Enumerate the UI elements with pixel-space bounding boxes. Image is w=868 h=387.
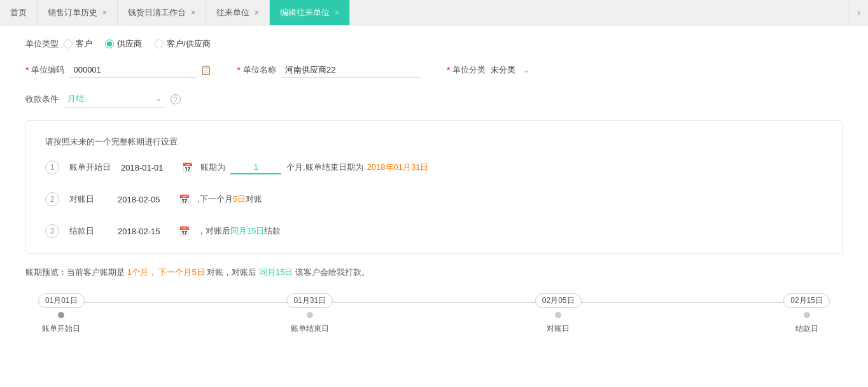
unit-type-radio-group: 客户 供应商 客户/供应商 <box>64 38 211 50</box>
tab-cash-work[interactable]: 钱货日清工作台 × <box>118 0 206 25</box>
radio-customer[interactable]: 客户 <box>64 38 92 50</box>
tab-edit-partner-label: 编辑往来单位 <box>280 7 330 18</box>
tab-partner-close[interactable]: × <box>255 8 259 17</box>
step-1-period-input[interactable] <box>230 161 281 174</box>
preview-part2: 下一个月5日 <box>158 267 204 277</box>
unit-name-label: 单位名称 <box>243 64 276 76</box>
timeline-label-0: 账单开始日 <box>42 323 80 334</box>
preview-part4: 同月15日 <box>259 267 293 277</box>
unit-code-label: 单位编码 <box>31 64 64 76</box>
timeline-label-1: 账单结束日 <box>291 323 329 334</box>
step-2-num: 2 <box>45 192 59 206</box>
unit-name-field: * 单位名称 <box>237 62 421 78</box>
timeline-dot-0 <box>58 312 64 318</box>
timeline-date-1: 01月31日 <box>286 293 333 308</box>
timeline-node-1: 01月31日 账单结束日 <box>286 293 333 334</box>
timeline-nodes: 01月01日 账单开始日 01月31日 账单结束日 02月05日 对账日 02月… <box>38 293 830 334</box>
step-1-end-date: 2018年01月31日 <box>367 162 429 173</box>
radio-customer-label: 客户 <box>76 38 92 50</box>
step-1-suffix-before: 账期为 <box>200 162 225 173</box>
step-3-highlight: 同月15日 <box>230 225 264 237</box>
payment-label: 收款条件 <box>25 94 59 105</box>
unit-class-label: 单位分类 <box>452 64 486 76</box>
unit-class-chevron: ⌄ <box>523 66 529 74</box>
step-3-row: 3 结款日 2018-02-15 📅 ，对账后 同月15日 结款 <box>45 224 823 238</box>
step-2-cal-icon[interactable]: 📅 <box>179 194 190 204</box>
period-section: 请按照未来的一个完整帐期进行设置 1 账单开始日 2018-01-01 📅 账期… <box>25 120 843 254</box>
step-1-cal-icon[interactable]: 📅 <box>182 162 193 172</box>
step-3-cal-icon[interactable]: 📅 <box>179 226 190 236</box>
tab-bar: 首页 销售订单历史 × 钱货日清工作台 × 往来单位 × 编辑往来单位 × › <box>0 0 868 25</box>
timeline-date-0: 01月01日 <box>38 293 85 308</box>
step-2-date: 2018-02-05 <box>118 195 175 204</box>
unit-code-star: * <box>25 65 29 75</box>
tab-home[interactable]: 首页 <box>0 0 38 25</box>
step-2-suffix-after: 对账 <box>246 194 262 205</box>
timeline-node-0: 01月01日 账单开始日 <box>38 293 85 334</box>
radio-supplier[interactable]: 供应商 <box>105 38 142 50</box>
unit-name-input[interactable] <box>281 62 421 78</box>
unit-type-label: 单位类型 <box>25 38 59 50</box>
unit-code-field: * 单位编码 📋 <box>25 62 211 78</box>
payment-help-icon[interactable]: ? <box>171 94 181 104</box>
radio-both[interactable]: 客户/供应商 <box>155 38 211 50</box>
tab-home-label: 首页 <box>10 7 27 18</box>
step-3-label: 结款日 <box>69 225 108 237</box>
preview-part1: 1个月， <box>127 267 157 277</box>
tab-sales-history-close[interactable]: × <box>102 8 107 17</box>
step-2-suffix-before: ,下一个月 <box>197 194 233 205</box>
preview-part5: 该客户会给我打款。 <box>295 267 370 277</box>
radio-both-label: 客户/供应商 <box>167 38 211 50</box>
tab-edit-partner-close[interactable]: × <box>335 8 339 17</box>
timeline-date-3: 02月15日 <box>783 293 830 308</box>
payment-select[interactable]: 月结 ⌄ <box>64 90 165 108</box>
tab-more-arrow[interactable]: › <box>849 0 868 25</box>
payment-value: 月结 <box>67 93 151 104</box>
radio-supplier-circle <box>105 39 114 48</box>
timeline-dot-1 <box>307 312 313 318</box>
step-1-suffix-mid: 个月,账单结束日期为 <box>286 162 363 173</box>
tab-sales-history-label: 销售订单历史 <box>48 7 97 18</box>
timeline-label-2: 对账日 <box>547 323 570 334</box>
radio-supplier-label: 供应商 <box>117 38 142 50</box>
radio-both-circle <box>155 39 164 48</box>
radio-customer-circle <box>64 39 73 48</box>
unit-code-input[interactable] <box>69 62 197 78</box>
payment-row: 收款条件 月结 ⌄ ? <box>25 90 843 108</box>
step-3-num: 3 <box>45 224 59 238</box>
step-2-highlight: 5日 <box>233 194 246 205</box>
timeline-label-3: 结款日 <box>795 323 818 334</box>
unit-type-row: 单位类型 客户 供应商 客户/供应商 <box>25 38 843 50</box>
unit-info-row: * 单位编码 📋 * 单位名称 * 单位分类 未分类 ⌄ <box>25 62 843 78</box>
step-2-label: 对账日 <box>69 194 108 205</box>
preview-part3: 对账，对账后 <box>207 267 256 277</box>
preview-label: 账期预览：当前客户账期是 <box>25 267 125 277</box>
timeline-container: 01月01日 账单开始日 01月31日 账单结束日 02月05日 对账日 02月… <box>25 293 843 334</box>
unit-class-value: 未分类 <box>491 64 515 76</box>
step-1-num: 1 <box>45 160 59 174</box>
step-3-date: 2018-02-15 <box>118 227 175 236</box>
step-3-suffix-after: 结款 <box>264 225 281 237</box>
unit-class-select[interactable]: 未分类 ⌄ <box>491 64 618 76</box>
tab-partner[interactable]: 往来单位 × <box>206 0 270 25</box>
tab-edit-partner[interactable]: 编辑往来单位 × <box>270 0 350 25</box>
tab-cash-work-label: 钱货日清工作台 <box>128 7 186 18</box>
section-title: 请按照未来的一个完整帐期进行设置 <box>45 136 823 148</box>
unit-code-copy-icon[interactable]: 📋 <box>200 65 211 75</box>
step-1-row: 1 账单开始日 2018-01-01 📅 账期为 个月,账单结束日期为 2018… <box>45 160 823 174</box>
preview-text-row: 账期预览：当前客户账期是 1个月， 下一个月5日 对账，对账后 同月15日 该客… <box>25 267 843 278</box>
step-3-suffix-before: ，对账后 <box>197 225 230 237</box>
tab-cash-work-close[interactable]: × <box>191 8 195 17</box>
main-content: 单位类型 客户 供应商 客户/供应商 * 单位编码 📋 * <box>0 25 868 387</box>
timeline-dot-2 <box>555 312 561 318</box>
tab-sales-history[interactable]: 销售订单历史 × <box>38 0 118 25</box>
tab-partner-label: 往来单位 <box>216 7 249 18</box>
step-1-date: 2018-01-01 <box>121 163 178 172</box>
unit-class-star: * <box>447 65 450 75</box>
unit-name-star: * <box>237 65 240 75</box>
timeline-date-2: 02月05日 <box>535 293 582 308</box>
timeline-dot-3 <box>804 312 810 318</box>
step-1-label: 账单开始日 <box>69 162 111 173</box>
unit-class-field: * 单位分类 未分类 ⌄ <box>447 64 618 76</box>
step-2-row: 2 对账日 2018-02-05 📅 ,下一个月 5日 对账 <box>45 192 823 206</box>
